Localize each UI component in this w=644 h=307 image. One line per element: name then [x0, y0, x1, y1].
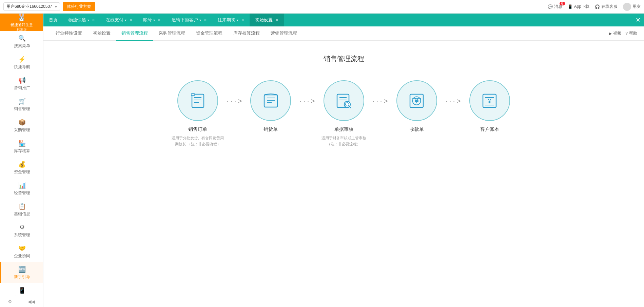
messages-badge: 6	[560, 2, 565, 5]
app-download-item[interactable]: 📱 App下载	[568, 4, 589, 9]
tab-close-initial-setup[interactable]: ✕	[275, 18, 278, 22]
collapse-icon[interactable]: ◀◀	[28, 299, 35, 304]
sub-tabs: 行业特性设置初始设置销售管理流程采购管理流程资金管理流程库存核算流程营销管理流程…	[43, 26, 644, 41]
sidebar-items: 🔍搜索菜单⚡快捷导航📢营销推广🛒销售管理📦采购管理🏪库存核算💰资金管理📊经营管理…	[0, 31, 43, 296]
sidebar-icon-app-center: 📱	[18, 287, 26, 294]
flow-arrow-1: · · · >	[299, 80, 315, 105]
nav-tab-payment[interactable]: 在线支付 ▾ ✕	[100, 14, 138, 26]
sidebar-item-inventory[interactable]: 🏪库存核算	[0, 136, 43, 157]
flow-circle-customer-ledger[interactable]: ¥	[469, 80, 510, 121]
phone-icon: 📱	[568, 4, 573, 9]
online-service-label: 在线客服	[601, 4, 618, 9]
sidebar-item-search[interactable]: 🔍搜索菜单	[0, 31, 43, 52]
sidebar-icon-inventory: 🏪	[18, 140, 26, 147]
sidebar-label-enterprise-collab: 企业协同	[14, 253, 30, 259]
sub-tab-marketing-flow[interactable]: 营销管理流程	[265, 26, 303, 41]
tab-close-payment[interactable]: ✕	[129, 18, 132, 22]
app-wrapper: 用户690企业1660120507 ▾ 体验行业方案 💬 消息 6 📱 App下…	[0, 0, 644, 307]
sidebar-item-basic-info[interactable]: 📋基础信息	[0, 199, 43, 220]
user-avatar-item[interactable]: 用友	[623, 3, 641, 11]
sidebar-label-system: 系统管理	[14, 232, 30, 238]
sidebar-item-marketing-promo[interactable]: 📢营销推广	[0, 73, 43, 94]
page-title: 销售管理流程	[50, 54, 637, 63]
video-label: 视频	[613, 30, 621, 36]
svg-rect-4	[191, 94, 195, 96]
top-bar: 用户690企业1660120507 ▾ 体验行业方案 💬 消息 6 📱 App下…	[0, 0, 644, 14]
user-selector[interactable]: 用户690企业1660120507 ▾	[3, 2, 60, 11]
sidebar-item-system[interactable]: ⚙系统管理	[0, 220, 43, 241]
nav-tab-invite-downstream[interactable]: 邀请下游客户 ▾ ✕	[166, 14, 212, 26]
dropdown-arrow-payment: ▾	[125, 18, 126, 22]
flow-item-customer-ledger: ¥ 客户账本	[463, 80, 517, 135]
logo-text: 畅捷通好生意	[11, 22, 33, 27]
user-name: 用友	[632, 4, 641, 9]
nav-tab-home[interactable]: 首页	[43, 14, 63, 26]
sidebar-item-enterprise-collab[interactable]: 🤝企业协同	[0, 241, 43, 262]
sidebar-label-finance: 资金管理	[14, 169, 30, 175]
main-layout: 🐰 畅捷通好生意 标准版 🔍搜索菜单⚡快捷导航📢营销推广🛒销售管理📦采购管理🏪库…	[0, 14, 644, 307]
nav-tab-period-init[interactable]: 往来期初 ▾ ✕	[212, 14, 250, 26]
help-label: 帮助	[629, 30, 637, 36]
sidebar-icon-system: ⚙	[19, 224, 25, 231]
tab-close-logistics[interactable]: ✕	[92, 18, 95, 22]
tab-close-account[interactable]: ✕	[158, 18, 161, 22]
sub-tab-purchase-flow[interactable]: 采购管理流程	[153, 26, 191, 41]
sidebar-label-purchase-mgmt: 采购管理	[14, 127, 30, 133]
sidebar-item-app-center[interactable]: 📱应用中心	[0, 283, 43, 296]
dropdown-arrow-logistics: ▾	[87, 18, 89, 22]
flow-item-receipt: ¥ 收款单	[390, 80, 444, 135]
nav-tab-logistics[interactable]: 物流快递 ▾ ✕	[63, 14, 100, 26]
message-icon: 💬	[548, 4, 553, 9]
sidebar-label-inventory: 库存核算	[14, 148, 30, 154]
experience-button[interactable]: 体验行业方案	[63, 2, 95, 11]
flow-circle-sales-invoice[interactable]	[250, 80, 291, 121]
flow-item-doc-review: 单据审核适用于财务审核或主管审核 （注：非必要流程）	[317, 80, 371, 147]
nav-tab-account[interactable]: 账号 ▾ ✕	[138, 14, 166, 26]
sidebar-item-purchase-mgmt[interactable]: 📦采购管理	[0, 115, 43, 136]
nav-close[interactable]: ✕	[636, 16, 644, 24]
flow-item-sales-invoice: 销货单	[243, 80, 298, 135]
user-selector-arrow: ▾	[55, 4, 57, 9]
sidebar-item-newbie-guide[interactable]: 🆕新手引导	[0, 262, 43, 283]
flow-arrow-3: · · · >	[446, 80, 461, 105]
online-service-item[interactable]: 🎧 在线客服	[595, 4, 618, 9]
sidebar-icon-quicknav: ⚡	[18, 56, 26, 63]
sub-tab-industry[interactable]: 行业特性设置	[50, 26, 87, 41]
sub-tab-sales-flow[interactable]: 销售管理流程	[116, 26, 153, 41]
tab-close-invite-downstream[interactable]: ✕	[204, 18, 207, 22]
sidebar-item-quicknav[interactable]: ⚡快捷导航	[0, 52, 43, 73]
sidebar-label-newbie-guide: 新手引导	[14, 274, 30, 280]
sidebar-label-operations: 经营管理	[14, 190, 30, 196]
nav-tab-initial-setup[interactable]: 初始设置 ✕	[250, 14, 284, 26]
flow-label-sales-invoice: 销货单	[264, 126, 278, 132]
sub-tabs-left: 行业特性设置初始设置销售管理流程采购管理流程资金管理流程库存核算流程营销管理流程	[50, 26, 303, 41]
sub-tab-inventory-flow[interactable]: 库存核算流程	[228, 26, 265, 41]
flow-desc-doc-review: 适用于财务审核或主管审核 （注：非必要流程）	[317, 135, 371, 147]
settings-icon[interactable]: ⚙	[8, 299, 12, 304]
sidebar-logo: 🐰 畅捷通好生意 标准版	[0, 14, 43, 31]
video-link[interactable]: ▶ 视频	[609, 30, 621, 36]
video-icon: ▶	[609, 31, 612, 36]
dropdown-arrow-account: ▾	[153, 18, 155, 22]
svg-line-14	[349, 106, 351, 108]
flow-diagram: 销售订单适用于分批发货、有合同发货周期较长 （注：非必要流程）· · · > 销…	[50, 80, 637, 147]
flow-circle-doc-review[interactable]	[324, 80, 364, 121]
dropdown-arrow-invite-downstream: ▾	[199, 18, 201, 22]
messages-icon-item[interactable]: 💬 消息 6	[548, 4, 562, 9]
sidebar-label-quicknav: 快捷导航	[14, 64, 30, 70]
sidebar-item-finance[interactable]: 💰资金管理	[0, 157, 43, 178]
tab-close-period-init[interactable]: ✕	[241, 18, 244, 22]
nav-tabs: 首页物流快递 ▾ ✕在线支付 ▾ ✕账号 ▾ ✕邀请下游客户 ▾ ✕往来期初 ▾…	[43, 14, 644, 26]
sub-tab-finance-flow[interactable]: 资金管理流程	[191, 26, 228, 41]
sidebar-item-operations[interactable]: 📊经营管理	[0, 178, 43, 199]
logo-icon: 🐰	[17, 14, 26, 22]
sub-tab-initial[interactable]: 初始设置	[87, 26, 116, 41]
help-link[interactable]: ? 帮助	[625, 30, 637, 36]
sidebar-icon-search: 🔍	[18, 35, 26, 42]
flow-circle-receipt[interactable]: ¥	[396, 80, 437, 121]
flow-label-doc-review: 单据审核	[334, 126, 353, 132]
sidebar-item-sales-mgmt[interactable]: 🛒销售管理	[0, 94, 43, 115]
logo-sub: 标准版	[17, 27, 27, 32]
flow-circle-sales-order[interactable]	[177, 80, 218, 121]
sidebar-icon-enterprise-collab: 🤝	[18, 245, 26, 252]
